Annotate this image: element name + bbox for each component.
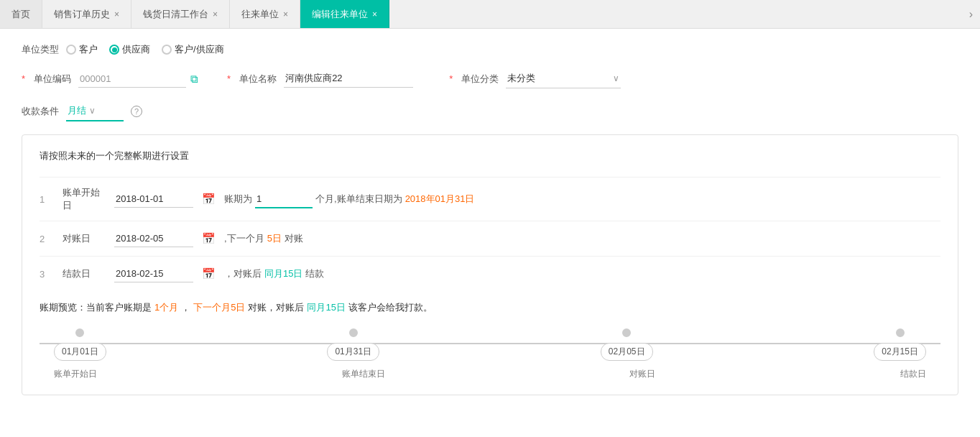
row-num-2: 2 [40, 234, 54, 244]
timeline-node-2: 02月05日 [601, 328, 653, 361]
unit-code-label: 单位编码 [34, 73, 71, 86]
period-end-date-highlight: 2018年01月31日 [405, 193, 475, 206]
row-3-prefix: ，对账后 [224, 267, 262, 280]
row-2-day-highlight: 5日 [267, 232, 282, 245]
timeline-labels: 账单开始日账单结束日对账日结款日 [40, 365, 940, 380]
tab-bar: 首页销售订单历史×钱货日清工作台×往来单位×编辑往来单位×› [0, 0, 980, 29]
node-pill-3: 02月15日 [874, 343, 926, 361]
unit-name-input[interactable] [284, 70, 413, 88]
row-1-desc: 账期为 个月,账单结束日期为 2018年01月31日 [224, 190, 474, 208]
panel-instruction: 请按照未来的一个完整帐期进行设置 [40, 150, 940, 162]
reconcile-date-calendar-icon[interactable]: 📅 [202, 232, 216, 245]
preview-label: 账期预览：当前客户账期是 [40, 301, 152, 314]
node-pill-1: 01月31日 [327, 343, 379, 361]
row-3-day-highlight: 同月15日 [264, 267, 302, 280]
unit-code-input[interactable] [78, 70, 186, 88]
preview-1m: 1个月 [154, 301, 178, 314]
tab-edit-partner[interactable]: 编辑往来单位× [300, 0, 389, 28]
reconcile-date-input[interactable] [114, 230, 193, 247]
tab-sales-history[interactable]: 销售订单历史× [42, 0, 131, 28]
payment-date-calendar-icon[interactable]: 📅 [202, 267, 216, 280]
row-2-prefix: ,下一个月 [224, 232, 264, 245]
row-2-suffix: 对账 [285, 232, 303, 245]
category-dropdown-arrow-icon: ∨ [613, 73, 619, 83]
preview-p2: 对账，对账后 [248, 301, 304, 314]
tab-partner-units[interactable]: 往来单位× [230, 0, 300, 28]
unit-name-label: 单位名称 [239, 73, 277, 86]
row-num-3: 3 [40, 269, 54, 280]
preview-same15: 同月15日 [307, 301, 345, 314]
code-name-category-row: * 单位编码 ⧉ * 单位名称 * 单位分类 未分类 ∨ [22, 69, 958, 88]
preview-p3: 该客户会给我打款。 [348, 301, 433, 314]
tab-label-cash-ledger: 钱货日清工作台 [143, 8, 208, 21]
radio-circle-customer [66, 45, 76, 55]
tab-label-partner-units: 往来单位 [241, 8, 279, 21]
period-months-input[interactable] [255, 190, 313, 208]
setting-row-3: 3 结款日 📅 ，对账后同月15日 结款 [40, 256, 940, 291]
timeline-nodes: 01月01日 01月31日 02月05日 02月15日 [54, 328, 926, 361]
radio-circle-supplier [109, 45, 119, 55]
node-dot-1 [349, 328, 358, 337]
tab-close-edit-partner[interactable]: × [372, 9, 377, 19]
setting-row-1: 1 账单开始日 📅 账期为 个月,账单结束日期为 2018年01月31日 [40, 177, 940, 221]
tab-close-partner-units[interactable]: × [283, 9, 288, 19]
unit-category-label: 单位分类 [461, 73, 499, 86]
row-type-1: 账单开始日 [63, 186, 106, 212]
unit-category-select[interactable]: 未分类 ∨ [506, 69, 650, 88]
preview-p1: ， [181, 301, 190, 314]
required-star-code: * [22, 73, 25, 84]
row-2-desc: ,下一个月5日 对账 [224, 232, 303, 245]
receipt-help-icon[interactable]: ? [131, 106, 142, 117]
radio-circle-both [162, 45, 172, 55]
unit-type-label: 单位类型 [22, 43, 59, 56]
unit-code-field-group: ⧉ [78, 70, 198, 88]
radio-supplier[interactable]: 供应商 [109, 43, 150, 56]
radio-label-supplier: 供应商 [122, 43, 150, 56]
unit-category-value: 未分类 [507, 72, 535, 85]
radio-customer[interactable]: 客户 [66, 43, 98, 56]
row-num-1: 1 [40, 194, 54, 205]
node-pill-0: 01月01日 [54, 343, 106, 361]
row-3-suffix: 结款 [305, 267, 324, 280]
row-type-3: 结款日 [63, 267, 106, 280]
start-date-calendar-icon[interactable]: 📅 [202, 193, 216, 206]
tab-home[interactable]: 首页 [0, 0, 42, 28]
node-dot-2 [622, 328, 631, 337]
row-3-desc: ，对账后同月15日 结款 [224, 267, 324, 280]
tab-label-sales-history: 销售订单历史 [54, 8, 110, 21]
node-pill-2: 02月05日 [601, 343, 653, 361]
node-dot-0 [75, 328, 84, 337]
timeline-node-0: 01月01日 [54, 328, 106, 361]
tab-more[interactable]: › [962, 0, 980, 28]
preview-next5: 下一个月5日 [193, 301, 245, 314]
radio-both[interactable]: 客户/供应商 [162, 43, 224, 56]
main-content: 单位类型 客户 供应商 客户/供应商 * 单位编码 ⧉ * 单位名称 * 单位分… [0, 29, 980, 437]
radio-label-both: 客户/供应商 [175, 43, 224, 56]
period-panel: 请按照未来的一个完整帐期进行设置 1 账单开始日 📅 账期为 个月,账单结束日期… [22, 134, 958, 395]
required-star-category: * [449, 73, 453, 84]
receipt-condition-value: 月结 [68, 104, 86, 117]
tab-close-sales-history[interactable]: × [114, 9, 119, 19]
payment-date-input[interactable] [114, 265, 193, 282]
node-dot-3 [896, 328, 905, 337]
timeline-node-3: 02月15日 [874, 328, 926, 361]
radio-label-customer: 客户 [79, 43, 98, 56]
row-1-desc-prefix: 账期为 [224, 193, 252, 206]
tab-cash-ledger[interactable]: 钱货日清工作台× [131, 0, 230, 28]
receipt-condition-label: 收款条件 [22, 105, 59, 118]
timeline-node-label-2: 对账日 [629, 368, 655, 380]
copy-icon[interactable]: ⧉ [190, 73, 198, 86]
start-date-input[interactable] [114, 190, 193, 208]
tab-label-home: 首页 [11, 8, 30, 21]
preview-text: 账期预览：当前客户账期是 1个月 ， 下一个月5日 对账，对账后 同月15日 该… [40, 291, 940, 328]
timeline-node-1: 01月31日 [327, 328, 379, 361]
setting-row-2: 2 对账日 📅 ,下一个月5日 对账 [40, 221, 940, 256]
tab-label-edit-partner: 编辑往来单位 [312, 8, 368, 21]
radio-group-unit-type: 客户 供应商 客户/供应商 [66, 43, 224, 56]
required-star-name: * [227, 73, 231, 84]
receipt-condition-select[interactable]: 月结 ∨ [66, 101, 124, 121]
receipt-dropdown-arrow-icon: ∨ [89, 106, 96, 116]
timeline-node-label-0: 账单开始日 [54, 368, 97, 380]
tab-close-cash-ledger[interactable]: × [213, 9, 218, 19]
timeline-node-label-1: 账单结束日 [342, 368, 385, 380]
